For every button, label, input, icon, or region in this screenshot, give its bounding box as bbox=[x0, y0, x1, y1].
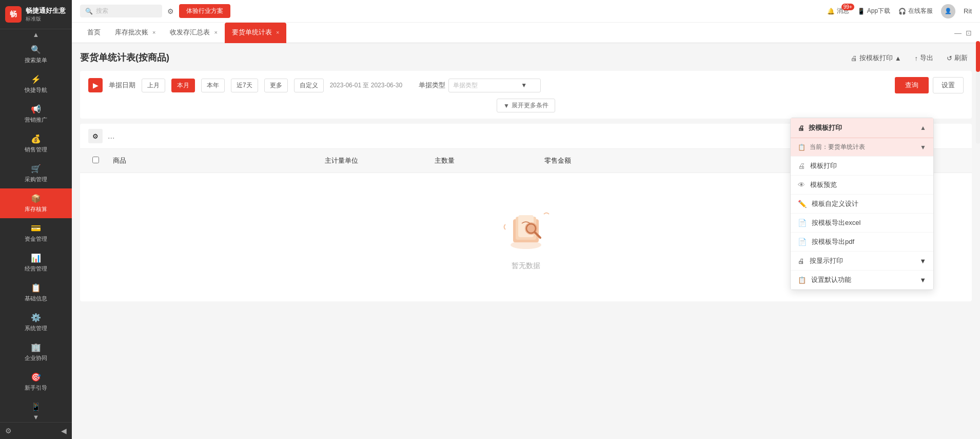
expand-row: ▼ 展开更多条件 bbox=[88, 99, 964, 112]
window-minimize-btn[interactable]: — bbox=[954, 29, 962, 37]
enterprise-icon: 🏢 bbox=[31, 342, 41, 352]
default-func-arrow: ▼ bbox=[919, 276, 926, 284]
user-avatar[interactable]: 👤 bbox=[941, 4, 955, 18]
sidebar-item-marketing[interactable]: 📢 营销推广 bbox=[0, 99, 72, 129]
default-func-item[interactable]: 📋 设置默认功能 ▼ bbox=[791, 271, 933, 290]
topbar-search-icon: 🔍 bbox=[85, 8, 93, 15]
printer-dropdown-icon: 🖨 bbox=[798, 124, 805, 132]
tab-receipts-close[interactable]: × bbox=[214, 29, 217, 35]
table-settings-icon[interactable]: ⚙ bbox=[88, 129, 103, 143]
logo-icon: 畅 bbox=[5, 6, 22, 23]
filter-row-date: ▶ 单据日期 上月 本月 本年 近7天 更多 自定义 2023-06-01 至 … bbox=[88, 77, 964, 93]
marketing-icon: 📢 bbox=[31, 104, 41, 114]
notification-btn[interactable]: 🔔 消息 99+ bbox=[827, 7, 849, 15]
more-date-btn[interactable]: 更多 bbox=[264, 79, 288, 92]
export-excel-item[interactable]: 📄 按模板导出excel bbox=[791, 214, 933, 233]
print-dropdown-arrow: ▲ bbox=[895, 54, 901, 62]
scrollbar-thumb[interactable] bbox=[976, 41, 980, 72]
sidebar-item-operation[interactable]: 📊 经营管理 bbox=[0, 248, 72, 278]
sidebar: 畅 畅捷通好生意 标准版 ▲ 🔍 搜索菜单 ⚡ 快捷导航 📢 营销推广 💰 销售… bbox=[0, 0, 72, 439]
tab-batch[interactable]: 库存批次账 × bbox=[108, 23, 163, 43]
inventory-icon: 📦 bbox=[31, 194, 41, 203]
tab-order-stats-close[interactable]: × bbox=[276, 29, 279, 35]
display-print-icon: 🖨 bbox=[798, 257, 805, 265]
sidebar-item-guide[interactable]: 🎯 新手引导 bbox=[0, 367, 72, 397]
topbar-right: 🔔 消息 99+ 📱 App下载 🎧 在线客服 👤 Rit bbox=[827, 4, 972, 18]
window-controls: — ⊡ bbox=[954, 29, 972, 37]
empty-state-illustration bbox=[500, 204, 552, 255]
tab-receipts[interactable]: 收发存汇总表 × bbox=[163, 23, 224, 43]
topbar-search[interactable]: 🔍 搜索 bbox=[80, 5, 162, 17]
col-amount-header: 零售金额 bbox=[540, 153, 650, 168]
last-month-btn[interactable]: 上月 bbox=[142, 79, 165, 92]
finance-icon: 💳 bbox=[31, 223, 41, 233]
query-settings-btns: 查询 设置 bbox=[895, 77, 964, 93]
sidebar-item-finance[interactable]: 💳 资金管理 bbox=[0, 218, 72, 248]
custom-date-btn[interactable]: 自定义 bbox=[294, 79, 324, 92]
filter-bar: ▶ 单据日期 上月 本月 本年 近7天 更多 自定义 2023-06-01 至 … bbox=[80, 71, 972, 119]
template-custom-item[interactable]: ✏️ 模板自定义设计 bbox=[791, 195, 933, 214]
collapse-icon[interactable]: ◀ bbox=[61, 427, 67, 435]
template-custom-icon: ✏️ bbox=[798, 200, 807, 208]
refresh-btn[interactable]: ↺ 刷新 bbox=[943, 51, 972, 65]
filter-toggle-btn[interactable]: ▶ bbox=[88, 78, 103, 92]
select-all-checkbox[interactable] bbox=[92, 157, 99, 163]
window-maximize-btn[interactable]: ⊡ bbox=[966, 29, 972, 37]
sidebar-item-appstore[interactable]: 📱 应用中心 bbox=[0, 397, 72, 412]
avatar-icon: 👤 bbox=[945, 8, 952, 14]
col-checkbox-header bbox=[88, 154, 109, 168]
display-print-left: 🖨 按显示打印 bbox=[798, 256, 843, 265]
notification-badge: 99+ bbox=[841, 4, 854, 10]
tab-batch-close[interactable]: × bbox=[152, 29, 155, 35]
empty-text: 暂无数据 bbox=[512, 261, 540, 271]
bell-icon: 🔔 bbox=[827, 8, 835, 15]
order-type-select[interactable]: 单据类型 ▼ bbox=[448, 79, 541, 92]
tab-order-stats[interactable]: 要货单统计表 × bbox=[225, 23, 286, 43]
sidebar-item-purchase[interactable]: 🛒 采购管理 bbox=[0, 159, 72, 188]
table-more-btn[interactable]: ... bbox=[108, 131, 114, 141]
sidebar-item-search[interactable]: 🔍 搜索菜单 bbox=[0, 40, 72, 69]
select-arrow-icon: ▼ bbox=[521, 82, 527, 89]
date-range-display: 2023-06-01 至 2023-06-30 bbox=[330, 81, 402, 90]
sidebar-scroll-down[interactable]: ▼ bbox=[0, 412, 72, 422]
service-icon: 🎧 bbox=[898, 8, 906, 15]
app-download-btn[interactable]: 📱 App下载 bbox=[857, 7, 890, 15]
purchase-icon: 🛒 bbox=[31, 164, 41, 174]
industry-solution-btn[interactable]: 体验行业方案 bbox=[179, 4, 230, 18]
online-service-btn[interactable]: 🎧 在线客服 bbox=[898, 7, 933, 15]
display-print-item[interactable]: 🖨 按显示打印 ▼ bbox=[791, 252, 933, 271]
settings-btn[interactable]: 设置 bbox=[933, 77, 964, 93]
sidebar-item-inventory[interactable]: 📦 库存核算 bbox=[0, 188, 72, 218]
sidebar-item-system[interactable]: ⚙️ 系统管理 bbox=[0, 308, 72, 337]
template-print-item[interactable]: 🖨 模板打印 bbox=[791, 157, 933, 176]
template-print-icon: 🖨 bbox=[798, 162, 805, 170]
export-btn[interactable]: ↑ 导出 bbox=[911, 51, 938, 65]
current-year-btn[interactable]: 本年 bbox=[201, 79, 225, 92]
sidebar-item-basic[interactable]: 📋 基础信息 bbox=[0, 278, 72, 308]
template-preview-item[interactable]: 👁 模板预览 bbox=[791, 176, 933, 195]
last7days-btn[interactable]: 近7天 bbox=[231, 79, 258, 92]
print-current-label[interactable]: 📋 当前：要货单统计表 ▼ bbox=[791, 138, 933, 157]
sidebar-scroll-up[interactable]: ▲ bbox=[0, 29, 72, 40]
sidebar-logo: 畅 畅捷通好生意 标准版 bbox=[0, 0, 72, 29]
query-btn[interactable]: 查询 bbox=[895, 77, 929, 93]
sidebar-item-quicknav[interactable]: ⚡ 快捷导航 bbox=[0, 69, 72, 99]
printer-icon: 🖨 bbox=[851, 54, 857, 62]
guide-icon: 🎯 bbox=[31, 372, 41, 382]
settings-bottom-icon[interactable]: ⚙ bbox=[5, 427, 12, 435]
display-print-arrow: ▼ bbox=[919, 257, 926, 265]
topbar-gear-icon[interactable]: ⚙ bbox=[167, 7, 174, 15]
export-pdf-item[interactable]: 📄 按模板导出pdf bbox=[791, 233, 933, 252]
sidebar-item-sales[interactable]: 💰 销售管理 bbox=[0, 129, 72, 159]
tab-home[interactable]: 首页 bbox=[80, 23, 108, 43]
current-month-btn[interactable]: 本月 bbox=[171, 79, 195, 92]
template-preview-icon: 👁 bbox=[798, 181, 805, 189]
expand-more-btn[interactable]: ▼ 展开更多条件 bbox=[497, 99, 555, 112]
right-scrollbar[interactable] bbox=[976, 41, 980, 144]
current-label-arrow: ▼ bbox=[920, 144, 926, 151]
dropdown-collapse-arrow[interactable]: ▲ bbox=[920, 124, 926, 131]
sidebar-item-enterprise[interactable]: 🏢 企业协同 bbox=[0, 337, 72, 367]
main-area: 🔍 搜索 ⚙ 体验行业方案 🔔 消息 99+ 📱 App下载 🎧 在线客服 👤 … bbox=[72, 0, 980, 439]
print-template-btn[interactable]: 🖨 按模板打印 ▲ bbox=[847, 51, 906, 65]
print-dropdown-header[interactable]: 🖨 按模板打印 ▲ bbox=[791, 118, 933, 138]
